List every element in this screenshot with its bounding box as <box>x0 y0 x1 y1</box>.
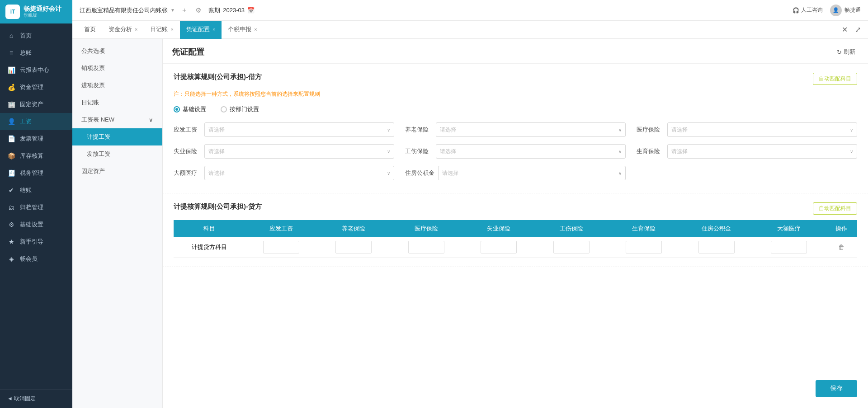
refresh-icon: ↻ <box>837 49 842 56</box>
debit-section: 计提核算规则(公司承担)-借方 自动匹配科目 注：只能选择一种方式，系统将按照您… <box>163 64 868 193</box>
sidebar-item-home[interactable]: ⌂ 首页 <box>0 27 72 44</box>
label-zfgjj: 住房公积金 <box>405 169 434 177</box>
sidebar-item-closing[interactable]: ✔ 结账 <box>0 182 72 199</box>
input-ylbx[interactable] <box>335 241 372 253</box>
select-sybx[interactable]: 请选择 ∨ <box>204 144 394 159</box>
content-area: 公共选项 销项发票 进项发票 日记账 工资表 NEW ∨ 计提工资 <box>72 39 868 408</box>
sidebar-item-ledger[interactable]: ≡ 总账 <box>0 44 72 61</box>
placeholder-zfgjj: 请选择 <box>442 169 458 177</box>
radio-basic[interactable]: 基础设置 <box>174 105 206 113</box>
save-button[interactable]: 保存 <box>816 380 857 397</box>
input-zfgjj[interactable] <box>698 241 735 253</box>
select-ylbx[interactable]: 请选择 ∨ <box>436 122 626 137</box>
sidebar-item-inventory[interactable]: 📦 库存核算 <box>0 147 72 164</box>
help-button[interactable]: 🎧 人工咨询 <box>793 6 823 14</box>
tab-voucher-config[interactable]: 凭证配置 × <box>180 21 222 39</box>
select-gsbx[interactable]: 请选择 ∨ <box>436 144 626 159</box>
left-nav-raise-salary-label: 计提工资 <box>87 133 110 140</box>
guide-icon: ★ <box>7 238 15 245</box>
sidebar-item-archive[interactable]: 🗂 归档管理 <box>0 199 72 216</box>
cell-yfgz <box>245 237 317 258</box>
sidebar-item-tax[interactable]: 🧾 税务管理 <box>0 164 72 182</box>
placeholder-sybx: 请选择 <box>208 148 225 155</box>
sidebar-item-guide[interactable]: ★ 新手引导 <box>0 233 72 250</box>
tab-tax-close[interactable]: × <box>254 27 257 32</box>
select-zfgjj[interactable]: 请选择 ∨ <box>438 166 626 180</box>
headset-icon: 🎧 <box>793 7 799 14</box>
sidebar-item-assets[interactable]: 🏢 固定资产 <box>0 96 72 113</box>
sidebar-item-settings[interactable]: ⚙ 基础设置 <box>0 216 72 233</box>
select-daye[interactable]: 请选择 ∨ <box>204 166 394 180</box>
left-nav-raise-salary[interactable]: 计提工资 <box>72 128 162 145</box>
select-sybx2[interactable]: 请选择 ∨ <box>667 144 857 159</box>
left-nav-fixed-assets[interactable]: 固定资产 <box>72 163 162 180</box>
page-title: 凭证配置 <box>172 47 204 57</box>
sidebar-unpin-button[interactable]: ◄ 取消固定 <box>0 389 72 408</box>
add-company-button[interactable]: + <box>180 6 188 14</box>
radio-dept-circle <box>221 106 227 113</box>
cell-daye <box>753 237 826 258</box>
close-tab-button[interactable]: ✕ <box>840 23 849 36</box>
tab-actions: ✕ ⤢ <box>840 23 863 36</box>
user-menu[interactable]: 👤 畅捷通 <box>830 5 861 16</box>
left-nav-sales-invoice[interactable]: 销项发票 <box>72 60 162 77</box>
input-yfgz[interactable] <box>263 241 299 253</box>
debit-auto-match-button[interactable]: 自动匹配科目 <box>813 73 857 85</box>
left-nav-public-label: 公共选项 <box>81 47 105 54</box>
placeholder-ylbx: 请选择 <box>440 126 456 134</box>
radio-dept[interactable]: 按部门设置 <box>221 105 259 113</box>
input-sybx2[interactable] <box>626 241 662 253</box>
credit-section: 计提核算规则(公司承担)-贷方 自动匹配科目 科目 应发工资 养老保险 医疗保险… <box>163 193 868 267</box>
refresh-button[interactable]: ↻ 刷新 <box>833 46 859 58</box>
input-ylbx2[interactable] <box>408 241 444 253</box>
field-daye: 大额医疗 请选择 ∨ <box>174 166 394 180</box>
sidebar-item-capital[interactable]: 💰 资金管理 <box>0 79 72 96</box>
tab-capital-close[interactable]: × <box>135 27 137 32</box>
input-daye[interactable] <box>771 241 807 253</box>
reports-icon: 📊 <box>7 66 15 74</box>
th-yfgz: 应发工资 <box>245 220 317 237</box>
placeholder-gsbx: 请选择 <box>440 148 456 155</box>
company-selector[interactable]: 江西服宝精品有限责任公司内账张 ▼ <box>80 6 175 14</box>
left-nav-public[interactable]: 公共选项 <box>72 42 162 60</box>
left-nav-purchase-invoice[interactable]: 进项发票 <box>72 77 162 94</box>
tab-voucher-config-close[interactable]: × <box>212 27 215 32</box>
sidebar-item-reports[interactable]: 📊 云报表中心 <box>0 61 72 79</box>
tab-journal-close[interactable]: × <box>170 27 173 32</box>
debit-form-grid: 应发工资 请选择 ∨ 养老保险 请选择 ∨ 医疗 <box>174 122 857 180</box>
arrow-ylbx2: ∨ <box>850 127 853 132</box>
th-zfgjj: 住房公积金 <box>680 220 753 237</box>
tab-home[interactable]: 首页 <box>78 21 102 39</box>
credit-section-title: 计提核算规则(公司承担)-贷方 <box>174 202 262 211</box>
credit-auto-match-button[interactable]: 自动匹配科目 <box>813 202 857 215</box>
sidebar-label-invoice: 发票管理 <box>20 135 43 143</box>
sidebar-item-salary[interactable]: 👤 工资 <box>0 113 72 130</box>
settings-button[interactable]: ⚙ <box>193 6 203 14</box>
left-nav-journal[interactable]: 日记账 <box>72 94 162 111</box>
tab-capital[interactable]: 资金分析 × <box>102 21 144 39</box>
sidebar-label-capital: 资金管理 <box>20 83 43 91</box>
tab-journal-label: 日记账 <box>150 25 168 33</box>
debit-section-note: 注：只能选择一种方式，系统将按照您当前的选择来配置规则 <box>174 90 857 98</box>
unpin-label: ◄ 取消固定 <box>7 395 36 403</box>
select-yfgz[interactable]: 请选择 ∨ <box>204 122 394 137</box>
delete-row-button[interactable]: 🗑 <box>838 244 844 251</box>
left-nav-salary-table[interactable]: 工资表 NEW ∨ <box>72 111 162 128</box>
expand-tab-button[interactable]: ⤢ <box>853 23 863 36</box>
tabbar: 首页 资金分析 × 日记账 × 凭证配置 × 个税申报 × ✕ ⤢ <box>72 21 868 39</box>
tab-tax[interactable]: 个税申报 × <box>222 21 263 39</box>
left-nav-pay-salary[interactable]: 发放工资 <box>72 145 162 163</box>
table-header-row: 科目 应发工资 养老保险 医疗保险 失业保险 工伤保险 生育保险 住房公积金 大… <box>174 220 857 237</box>
input-sybx[interactable] <box>481 241 517 253</box>
calendar-icon[interactable]: 📅 <box>247 7 255 14</box>
input-gsbx[interactable] <box>553 241 590 253</box>
salary-icon: 👤 <box>7 118 15 125</box>
placeholder-ylbx2: 请选择 <box>671 126 688 134</box>
sidebar-item-member[interactable]: ◈ 畅会员 <box>0 250 72 267</box>
tab-voucher-config-label: 凭证配置 <box>186 25 210 33</box>
sidebar-item-invoice[interactable]: 📄 发票管理 <box>0 130 72 147</box>
tab-journal[interactable]: 日记账 × <box>144 21 179 39</box>
cell-gsbx <box>535 237 608 258</box>
select-ylbx2[interactable]: 请选择 ∨ <box>667 122 857 137</box>
radio-basic-circle <box>174 106 180 113</box>
